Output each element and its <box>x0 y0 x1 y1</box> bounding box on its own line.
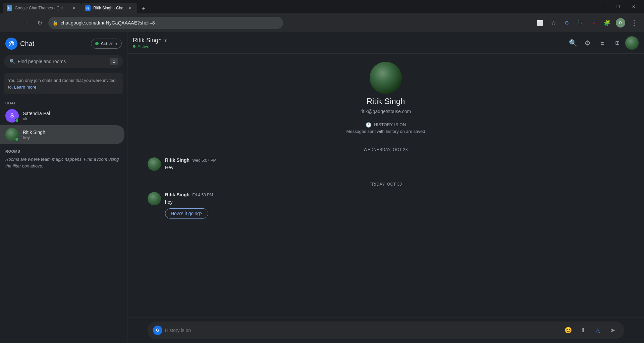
input-area: G 😊 ⬆ △ ➤ <box>127 317 644 343</box>
chat-logo-icon: @ <box>5 38 17 50</box>
rooms-label: ROOMS <box>5 149 122 153</box>
sidebar: @ Chat Active ▾ 🔍 Find people and rooms … <box>0 32 127 343</box>
history-label: HISTORY IS ON <box>374 122 406 127</box>
settings-button[interactable]: ⚙ <box>581 36 594 50</box>
tab2-favicon: @ <box>85 5 91 11</box>
satendra-avatar: S <box>5 109 19 122</box>
grammarly-icon: G <box>153 326 162 335</box>
active-label: Active <box>101 41 113 46</box>
history-clock-icon: 🕐 <box>366 122 372 128</box>
profile-name: Ritik Singh <box>367 97 405 106</box>
message1-sender: Ritik Singh <box>165 157 190 163</box>
avatar-image <box>370 62 402 94</box>
tab-bar: G Google Chat Themes - Chrome We... ✕ @ … <box>0 0 644 13</box>
chat-header: Ritik Singh ▾ Active 🔍 ⚙ 🖥 ⊞ <box>127 32 644 54</box>
active-dot <box>95 42 99 45</box>
sidebar-header: @ Chat Active ▾ <box>0 32 127 52</box>
tab2-title: Ritik Singh - Chat <box>93 6 124 10</box>
profile-header: Ritik Singh ritik@gadgetstouse.com <box>148 62 624 114</box>
chat-section-label: CHAT <box>0 97 127 106</box>
puzzle-icon[interactable]: 🧩 <box>601 17 613 29</box>
message1-time: Wed 5:07 PM <box>192 158 216 163</box>
chat-item-ritik[interactable]: Ritik Singh hey <box>0 125 124 144</box>
google-icon[interactable]: G <box>561 17 573 29</box>
tab2-close[interactable]: ✕ <box>127 5 133 11</box>
browser-chrome: G Google Chat Themes - Chrome We... ✕ @ … <box>0 0 644 32</box>
tab1-close[interactable]: ✕ <box>71 5 77 11</box>
satendra-name: Satendra Pal <box>23 111 119 116</box>
toolbar-icons: ⬜ ☆ G 🛡 ● 🧩 R ⋮ <box>534 17 640 29</box>
status-text: Active <box>138 44 149 49</box>
maximize-button[interactable]: ❐ <box>610 1 626 12</box>
emoji-icon[interactable]: 😊 <box>562 324 574 336</box>
apps-button[interactable]: ⊞ <box>610 36 624 50</box>
message-group-2: Ritik Singh Fri 4:53 PM hey How's it goi… <box>148 192 624 218</box>
back-button[interactable]: ← <box>4 17 16 29</box>
tab1-favicon: G <box>7 5 12 11</box>
minimize-button[interactable]: — <box>595 1 610 12</box>
satendra-online-indicator <box>15 118 19 122</box>
input-box: G 😊 ⬆ △ ➤ <box>148 322 624 339</box>
rooms-section: ROOMS Rooms are where team magic happens… <box>0 144 127 175</box>
ritik-name: Ritik Singh <box>23 130 119 135</box>
active-status-button[interactable]: Active ▾ <box>91 39 122 49</box>
new-tab-button[interactable]: + <box>139 4 148 13</box>
bookmark-icon[interactable]: ☆ <box>547 17 559 29</box>
main-chat: Ritik Singh ▾ Active 🔍 ⚙ 🖥 ⊞ <box>127 32 644 343</box>
date-divider-1: WEDNESDAY, OCT 28 <box>148 147 624 152</box>
ritik-chat-info: Ritik Singh hey <box>23 130 119 140</box>
refresh-button[interactable]: ↻ <box>34 17 46 29</box>
contact-name: Ritik Singh <box>133 37 162 44</box>
lock-icon: 🔒 <box>52 20 58 26</box>
search-icon: 🔍 <box>9 59 15 64</box>
profile-email: ritik@gadgetstouse.com <box>361 109 411 114</box>
message2-text: hey <box>165 199 624 206</box>
message2-avatar <box>148 192 161 205</box>
close-button[interactable]: ✕ <box>626 1 641 12</box>
user-profile-avatar[interactable] <box>625 36 639 50</box>
history-row: 🕐 HISTORY IS ON <box>366 122 406 128</box>
drive-icon[interactable]: △ <box>592 324 604 336</box>
tab-2[interactable]: @ Ritik Singh - Chat ✕ <box>81 3 137 13</box>
cast-icon[interactable]: ⬜ <box>534 17 546 29</box>
contact-profile-avatar <box>370 62 402 94</box>
search-button[interactable]: 🔍 <box>566 36 580 50</box>
shield-icon[interactable]: 🛡 <box>574 17 586 29</box>
address-bar[interactable]: 🔒 chat.google.com/dm/rNyGaQAAAAE?shell=8 <box>48 17 283 29</box>
chat-item-satendra[interactable]: S Satendra Pal ok <box>0 106 124 125</box>
rooms-text: Rooms are where team magic happens. Find… <box>5 156 122 169</box>
status-dot <box>133 45 136 48</box>
search-box[interactable]: 🔍 Find people and rooms 1 <box>4 55 123 68</box>
tab-1[interactable]: G Google Chat Themes - Chrome We... ✕ <box>3 3 81 13</box>
profile-button[interactable]: R <box>614 17 627 29</box>
header-actions: 🔍 ⚙ 🖥 ⊞ <box>566 36 639 50</box>
chevron-down-icon: ▾ <box>115 41 117 46</box>
header-status: Active <box>133 44 562 49</box>
window-controls: — ❐ ✕ <box>595 1 641 13</box>
ritik-online-indicator <box>15 137 19 141</box>
tab1-title: Google Chat Themes - Chrome We... <box>15 6 68 10</box>
satendra-preview: ok <box>23 116 119 121</box>
message1-avatar <box>148 157 161 171</box>
user-avatar: R <box>616 18 625 28</box>
suggestion-chip[interactable]: How's it going? <box>165 208 208 218</box>
message1-text: Hey <box>165 164 624 171</box>
learn-more-link[interactable]: Learn more <box>14 85 36 90</box>
info-banner: You can only join chats and rooms that y… <box>4 73 123 94</box>
ritik-sidebar-avatar <box>5 128 19 141</box>
header-name: Ritik Singh ▾ <box>133 37 562 44</box>
forward-button[interactable]: → <box>19 17 31 29</box>
upload-icon[interactable]: ⬆ <box>577 324 589 336</box>
lastpass-icon[interactable]: ● <box>588 17 600 29</box>
search-badge: 1 <box>110 58 118 65</box>
send-icon[interactable]: ➤ <box>606 324 619 336</box>
video-call-button[interactable]: 🖥 <box>596 36 609 50</box>
date-divider-2: FRIDAY, OCT 30 <box>148 182 624 187</box>
message2-sender: Ritik Singh <box>165 192 190 197</box>
message-input[interactable] <box>165 328 559 333</box>
header-chevron-icon[interactable]: ▾ <box>164 38 167 43</box>
chat-logo-text: Chat <box>20 40 34 48</box>
search-placeholder: Find people and rooms <box>18 59 108 64</box>
app: @ Chat Active ▾ 🔍 Find people and rooms … <box>0 32 644 343</box>
menu-button[interactable]: ⋮ <box>628 17 640 29</box>
